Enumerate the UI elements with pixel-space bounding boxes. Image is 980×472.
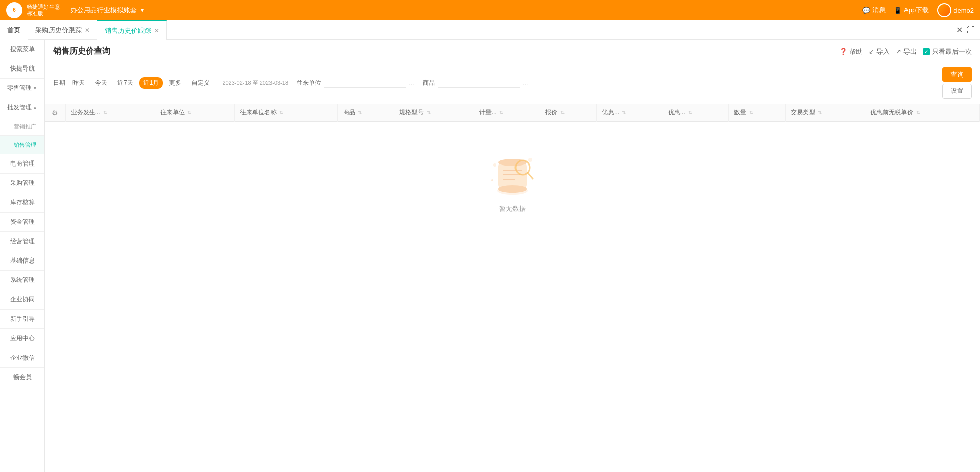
table-settings-icon[interactable]: ⚙ — [52, 109, 58, 117]
svg-line-8 — [528, 173, 533, 179]
sidebar-item-appstore[interactable]: 应用中心 — [0, 329, 44, 348]
date-today-btn[interactable]: 今天 — [91, 77, 111, 89]
sort-icon: ⇅ — [818, 110, 822, 115]
download-icon: 📱 — [894, 7, 902, 14]
date-filter-buttons: 昨天 今天 近7天 近1月 更多 自定义 — [68, 77, 214, 89]
date-filter-group: 日期 昨天 今天 近7天 近1月 更多 自定义 — [53, 77, 214, 89]
sort-icon: ⇅ — [560, 110, 565, 115]
col-trade-type[interactable]: 交易类型 ⇅ — [786, 104, 865, 122]
help-button[interactable]: ❓ 帮助 — [839, 47, 863, 56]
sidebar-item-basic[interactable]: 基础信息 — [0, 251, 44, 271]
close-tab-button[interactable]: ✕ — [956, 25, 963, 35]
sort-icon: ⇅ — [499, 110, 503, 115]
col-date[interactable]: 业务发生... ⇅ — [65, 104, 155, 122]
tab-purchase-close-icon[interactable]: ✕ — [85, 27, 90, 34]
col-settings[interactable]: ⚙ — [45, 104, 65, 122]
sort-icon: ⇅ — [187, 110, 191, 115]
date-7days-btn[interactable]: 近7天 — [113, 77, 137, 89]
app-selector-title[interactable]: 办公用品行业模拟账套 — [70, 6, 137, 15]
chevron-down-icon: ▼ — [33, 85, 38, 91]
partner-filter-group: 往来单位 ... — [297, 78, 414, 88]
product-select-icon[interactable]: ... — [523, 79, 528, 87]
col-partner-code[interactable]: 往来单位 ⇅ — [155, 104, 234, 122]
sort-icon: ⇅ — [622, 110, 626, 115]
empty-icon — [487, 152, 538, 198]
avatar — [937, 3, 951, 17]
sidebar-item-wechat[interactable]: 企业微信 — [0, 348, 44, 368]
col-discount1[interactable]: 优惠... ⇅ — [597, 104, 663, 122]
sort-icon: ⇅ — [358, 110, 362, 115]
svg-point-9 — [493, 163, 496, 167]
table-wrapper: ⚙ 业务发生... ⇅ 往来单位 ⇅ — [45, 104, 980, 472]
product-label: 商品 — [423, 79, 435, 87]
sidebar-item-purchase[interactable]: 采购管理 — [0, 174, 44, 193]
empty-text: 暂无数据 — [499, 204, 526, 214]
col-quantity[interactable]: 数量 ⇅ — [729, 104, 786, 122]
date-more-btn[interactable]: 更多 — [165, 77, 185, 89]
sidebar-item-ecommerce[interactable]: 电商管理 — [0, 154, 44, 174]
filter-row: 日期 昨天 今天 近7天 近1月 更多 自定义 2023-02-18 至 202… — [53, 67, 972, 99]
date-range-group: 2023-02-18 至 2023-03-18 — [222, 79, 288, 87]
product-input[interactable] — [438, 78, 520, 88]
col-discount2[interactable]: 优惠... ⇅ — [663, 104, 729, 122]
sidebar-item-inventory[interactable]: 库存核算 — [0, 193, 44, 213]
sidebar-item-member[interactable]: 畅会员 — [0, 368, 44, 387]
sort-icon: ⇅ — [688, 110, 692, 115]
import-button[interactable]: ↙ 导入 — [869, 47, 890, 56]
tab-home-label: 首页 — [7, 26, 20, 35]
export-button[interactable]: ↗ 导出 — [896, 47, 917, 56]
tab-purchase-label: 采购历史价跟踪 — [35, 26, 82, 35]
col-partner-name[interactable]: 往来单位名称 ⇅ — [234, 104, 337, 122]
main-layout: 搜索菜单 快捷导航 零售管理 ▼ 批发管理 ▲ 营销推广 销售管理 电商管理 采… — [0, 40, 980, 472]
col-price[interactable]: 报价 ⇅ — [540, 104, 597, 122]
product-filter-group: 商品 ... — [423, 78, 528, 88]
query-button[interactable]: 查询 — [942, 67, 972, 82]
partner-label: 往来单位 — [297, 79, 321, 87]
tabbar: 首页 采购历史价跟踪 ✕ 销售历史价跟踪 ✕ ✕ ⛶ — [0, 20, 980, 40]
sort-icon: ⇅ — [916, 110, 920, 115]
sidebar-item-operation[interactable]: 经营管理 — [0, 232, 44, 251]
date-filter-label: 日期 — [53, 79, 65, 87]
col-spec[interactable]: 规格型号 ⇅ — [394, 104, 474, 122]
col-unit[interactable]: 计量... ⇅ — [474, 104, 540, 122]
empty-illustration — [487, 152, 538, 198]
user-menu[interactable]: demo2 — [937, 3, 974, 17]
sidebar-item-finance[interactable]: 资金管理 — [0, 213, 44, 232]
message-button[interactable]: 💬 消息 — [862, 6, 886, 15]
date-yesterday-btn[interactable]: 昨天 — [68, 77, 89, 89]
sidebar-item-wholesale[interactable]: 批发管理 ▲ — [0, 98, 44, 117]
table-container: ⚙ 业务发生... ⇅ 往来单位 ⇅ — [45, 104, 980, 472]
partner-select-icon[interactable]: ... — [409, 79, 414, 87]
sidebar-item-retail[interactable]: 零售管理 ▼ — [0, 79, 44, 98]
page-header: 销售历史价查询 ❓ 帮助 ↙ 导入 ↗ 导出 ✓ 只 — [45, 40, 980, 62]
page-title: 销售历史价查询 — [53, 46, 110, 57]
sidebar-item-shortcut[interactable]: 快捷导航 — [0, 59, 44, 79]
date-custom-btn[interactable]: 自定义 — [187, 77, 214, 89]
sidebar-item-search[interactable]: 搜索菜单 — [0, 40, 44, 59]
sidebar: 搜索菜单 快捷导航 零售管理 ▼ 批发管理 ▲ 营销推广 销售管理 电商管理 采… — [0, 40, 45, 472]
setting-button[interactable]: 设置 — [942, 84, 972, 99]
maximize-button[interactable]: ⛶ — [967, 26, 975, 35]
sidebar-item-sales-mgmt[interactable]: 销售管理 — [0, 136, 44, 154]
partner-input[interactable] — [324, 78, 406, 88]
tab-home[interactable]: 首页 — [0, 20, 28, 40]
sidebar-item-enterprise[interactable]: 企业协同 — [0, 290, 44, 310]
tab-sales-close-icon[interactable]: ✕ — [154, 27, 159, 34]
app-download-button[interactable]: 📱 App下载 — [894, 6, 929, 15]
sidebar-item-marketing[interactable]: 营销推广 — [0, 117, 44, 136]
topbar-right: 💬 消息 📱 App下载 demo2 — [862, 3, 974, 17]
tab-sales[interactable]: 销售历史价跟踪 ✕ — [97, 20, 167, 40]
tab-sales-label: 销售历史价跟踪 — [105, 26, 151, 35]
table-header-row: ⚙ 业务发生... ⇅ 往来单位 ⇅ — [45, 104, 980, 122]
message-icon: 💬 — [862, 7, 870, 14]
sidebar-item-system[interactable]: 系统管理 — [0, 271, 44, 290]
date-1month-btn[interactable]: 近1月 — [139, 77, 163, 89]
col-product[interactable]: 商品 ⇅ — [337, 104, 394, 122]
sidebar-item-newbie[interactable]: 新手引导 — [0, 310, 44, 329]
col-no-tax-price[interactable]: 优惠前无税单价 ⇅ — [865, 104, 980, 122]
sort-icon: ⇅ — [103, 110, 107, 115]
tab-purchase[interactable]: 采购历史价跟踪 ✕ — [28, 20, 97, 40]
topbar-center: 办公用品行业模拟账套 ▾ — [60, 6, 862, 15]
app-selector-dropdown-icon[interactable]: ▾ — [141, 7, 144, 14]
only-last-checkbox-label[interactable]: ✓ 只看最后一次 — [923, 47, 972, 56]
